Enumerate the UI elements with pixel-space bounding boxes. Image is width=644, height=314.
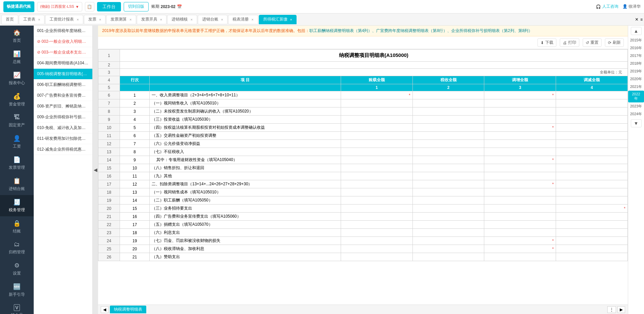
year-2022[interactable]: 2022年 [628, 91, 644, 102]
sub-sidebar-item-3[interactable]: ⊘ 003-一般企业成本支出明细… [34, 47, 92, 58]
table-row: 7 2 （一）视同销售收入（填写A105010） [98, 99, 628, 107]
sub-sidebar-item-1[interactable]: 001-企业所得税年度纳税申… [34, 26, 92, 36]
tab-menu-icon[interactable]: ≡ [640, 17, 643, 22]
sub-sidebar-item-7[interactable]: 007-广告费和业务宣传费明… [34, 90, 92, 101]
tab-income-tax[interactable]: 所得税汇算缴 × [259, 15, 297, 24]
sidebar-item-closing[interactable]: 🔒 结账 [0, 216, 34, 238]
sidebar-item-sales[interactable]: 📋 进销台账 [0, 174, 34, 195]
old-version-button[interactable]: 切到旧版 [124, 2, 149, 11]
year-2021[interactable]: 2021年 [630, 83, 643, 91]
tab-salary-report[interactable]: 工资统计报表 × [45, 15, 83, 24]
sub-sidebar-item-2[interactable]: ⊘ 002-一般企业收入明细表(A1… [34, 36, 92, 47]
refresh-btn[interactable]: ⟳ 刷新 [605, 38, 624, 47]
sub-sidebar-item-9[interactable]: 009-企业所得税弥补亏损明… [34, 112, 92, 123]
title-cell: 纳税调整项目明细表(A105000) [120, 50, 627, 62]
tab-close-all-icon[interactable]: × [635, 17, 638, 23]
calendar-icon[interactable]: 📅 [177, 4, 182, 9]
sidebar-item-assets-label: 资金管理 [9, 101, 25, 107]
content-body: 001-企业所得税年度纳税申… ⊘ 002-一般企业收入明细表(A1… ⊘ 00… [34, 26, 644, 314]
sub-sidebar-item-5[interactable]: 005-纳税调整项目明细表(A1… [34, 69, 92, 80]
company-label: (物副) 江西股室-LSS [40, 4, 74, 9]
sub-sidebar-item-12[interactable]: 012-减免企业所得税优惠明细(… [34, 144, 92, 155]
sub-sidebar-item-10[interactable]: 010-免税、减计收入及加计… [34, 123, 92, 133]
tab-invoice-calc-close[interactable]: × [129, 18, 131, 22]
table-wrapper[interactable]: 1 纳税调整项目明细表(A105000) 2 3 全额单位：元 [98, 49, 628, 305]
col-header-zengjia: 调增全额 [484, 76, 556, 84]
year-2019[interactable]: 2019年 [630, 67, 643, 75]
tab-in-out-check-close[interactable]: × [190, 18, 192, 22]
tab-in-out-check[interactable]: 进销稽核 × [167, 15, 197, 24]
sidebar-item-fixed-label: 固定资产 [9, 122, 25, 128]
main-content: 2019年度涉及取以前年度继续数据的申报表单元格需要手工维护正确，才能保证本年及… [98, 26, 628, 314]
user-avatar[interactable]: 👤 徐泽华 [622, 4, 641, 9]
reset-btn[interactable]: ↺ 重置 [583, 38, 602, 47]
tab-invoice-issue[interactable]: 发票开具 × [137, 15, 166, 24]
sidebar-item-guide[interactable]: 🆕 新手引导 [0, 280, 34, 301]
sub-sidebar-item-11[interactable]: 011-研发费用加计扣除优惠… [34, 133, 92, 144]
table-row: 26 21 （九）赞助支出 [98, 253, 628, 261]
tab-in-out-ledger[interactable]: 进销台账 × [198, 15, 227, 24]
tab-invoice-issue-close[interactable]: × [160, 18, 162, 22]
scroll-left-btn[interactable]: ◀ [101, 306, 109, 313]
tab-invoice[interactable]: 发票 × [84, 15, 105, 24]
tab-income-tax-close[interactable]: × [290, 18, 292, 22]
sheet-menu-icon[interactable]: ⋮ [607, 306, 616, 313]
year-2020[interactable]: 2020年 [630, 75, 643, 83]
sidebar-item-member[interactable]: V 畅会员 [0, 301, 34, 314]
year-2018[interactable]: 2018年 [630, 60, 643, 67]
sidebar-item-invoice[interactable]: 📄 发票管理 [0, 153, 34, 174]
warning-text: 2019年度涉及取以前年度继续数据的申报表单元格需要手工维护正确，才能保证本年及… [102, 28, 309, 33]
collapse-sub-sidebar-btn[interactable]: ◀ [93, 26, 98, 314]
sidebar-item-ledger[interactable]: 📊 总账 [0, 47, 34, 68]
archive-icon: 🗂 [14, 241, 20, 248]
sidebar-item-sales-label: 进销台账 [9, 186, 25, 192]
tab-tax-list[interactable]: 税表清册 × [228, 15, 258, 24]
tab-salary-report-close[interactable]: × [76, 18, 79, 22]
user-service-btn[interactable]: 🎧 人工咨询 [596, 4, 618, 9]
sidebar-item-archive[interactable]: 🗂 归档管理 [0, 238, 34, 258]
sub-sidebar-item-8[interactable]: 008-资产折旧、摊销及纳税… [34, 101, 92, 112]
year-2016[interactable]: 2016年 [630, 44, 643, 52]
sidebar-item-settings[interactable]: ⚙ 设置 [0, 258, 34, 280]
table-row: 19 14 （二）职工薪酬（填写A105050） [98, 196, 628, 205]
col-header-jianshao: 调减全额 [556, 76, 628, 84]
sidebar-item-home[interactable]: 🏠 首页 [0, 26, 34, 47]
year-nav-up[interactable]: ▲ [631, 27, 642, 35]
tab-invoice-calc[interactable]: 发票测算 × [106, 15, 136, 24]
sidebar-item-ledger-label: 总账 [13, 59, 21, 65]
sidebar-item-salary[interactable]: 👤 工资 [0, 131, 34, 153]
sidebar-item-reports-label: 报表中心 [9, 80, 25, 86]
year-nav-down[interactable]: ▼ [631, 119, 642, 127]
sidebar-item-archive-label: 归档管理 [9, 249, 25, 255]
bottom-tab-main[interactable]: 纳税调整明细表 [110, 306, 146, 313]
tab-salary-close[interactable]: × [38, 18, 40, 22]
scroll-right-btn[interactable]: ▶ [617, 306, 625, 313]
sub-sidebar-item-6[interactable]: 006-职工薪酬纳税调整明细… [34, 80, 92, 90]
tab-invoice-close[interactable]: × [99, 18, 101, 22]
sidebar-item-assets[interactable]: 💰 资金管理 [0, 89, 34, 111]
refresh-icon: ⟳ [608, 40, 611, 45]
sidebar-item-reports[interactable]: 📈 报表中心 [0, 68, 34, 89]
main-layout: 🏠 首页 📊 总账 📈 报表中心 💰 资金管理 🏗 固定资产 👤 工资 📄 发票… [0, 26, 644, 314]
tab-salary[interactable]: 工资表 × [19, 15, 44, 24]
account-period: 账期 2023-02 📅 [151, 4, 182, 9]
sidebar-item-tax[interactable]: 🧾 税务管理 [0, 195, 34, 216]
workbench-button[interactable]: 工作台 [97, 2, 121, 11]
member-icon: V [14, 304, 20, 311]
year-2015[interactable]: 2015年 [630, 36, 643, 44]
sub-sidebar-item-4[interactable]: 004-期间费用明细表(A1040… [34, 58, 92, 69]
tab-bar: 首页 工资表 × 工资统计报表 × 发票 × 发票测算 × 发票开具 × 进销稽… [0, 13, 644, 26]
fixed-icon: 🏗 [14, 114, 20, 121]
account-period-value: 2023-02 [161, 4, 176, 9]
tab-tax-list-close[interactable]: × [251, 18, 253, 22]
company-icon-btn[interactable]: 📋 [85, 2, 94, 11]
company-selector[interactable]: (物副) 江西股室-LSS ▼ [37, 2, 82, 11]
year-2023[interactable]: 2023年 [630, 102, 643, 110]
download-btn[interactable]: ⬇ 下载 [538, 38, 556, 47]
print-btn[interactable]: 🖨 打印 [560, 38, 579, 47]
year-2017[interactable]: 2017年 [630, 52, 643, 60]
tab-home[interactable]: 首页 [1, 15, 18, 24]
sidebar-item-fixed[interactable]: 🏗 固定资产 [0, 111, 34, 131]
tab-in-out-ledger-close[interactable]: × [221, 18, 223, 22]
year-2024[interactable]: 2024年 [630, 110, 643, 118]
